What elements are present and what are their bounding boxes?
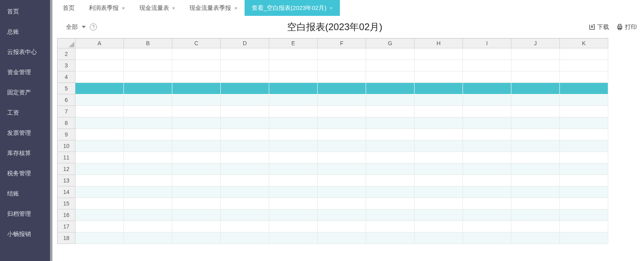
cell[interactable] [463, 83, 511, 94]
cell[interactable] [463, 232, 511, 244]
close-icon[interactable]: × [172, 5, 175, 11]
cell[interactable] [463, 71, 511, 83]
tab-view-blank-report[interactable]: 查看_空白报表(2023年02月) × [245, 0, 340, 16]
cell[interactable] [415, 221, 463, 232]
cell[interactable] [560, 198, 608, 209]
cell[interactable] [463, 186, 511, 198]
cell[interactable] [366, 140, 415, 152]
cell[interactable] [124, 140, 172, 152]
column-header[interactable]: I [463, 38, 511, 48]
cell[interactable] [415, 140, 463, 152]
cell[interactable] [366, 198, 415, 209]
cell[interactable] [366, 175, 415, 186]
cell[interactable] [124, 163, 172, 175]
cell[interactable] [366, 106, 415, 117]
cell[interactable] [269, 106, 318, 117]
cell[interactable] [560, 48, 608, 60]
cell[interactable] [221, 140, 269, 152]
cell[interactable] [75, 129, 124, 140]
cell[interactable] [511, 140, 560, 152]
sidebar-item-fixed-asset[interactable]: 固定资产 [0, 83, 52, 103]
row-header[interactable]: 3 [57, 60, 75, 71]
cell[interactable] [560, 106, 608, 117]
cell[interactable] [318, 83, 366, 94]
cell[interactable] [124, 129, 172, 140]
cell[interactable] [366, 129, 415, 140]
spreadsheet[interactable]: ABCDEFGHIJK23456789101112131415161718 [52, 38, 644, 261]
cell[interactable] [318, 175, 366, 186]
cell[interactable] [560, 152, 608, 163]
cell[interactable] [415, 175, 463, 186]
row-header[interactable]: 8 [57, 117, 75, 129]
select-all-corner[interactable] [57, 38, 75, 48]
sidebar-item-invoice[interactable]: 发票管理 [0, 123, 52, 143]
cell[interactable] [366, 60, 415, 71]
cell[interactable] [318, 106, 366, 117]
cell[interactable] [172, 198, 221, 209]
cell[interactable] [415, 209, 463, 221]
filter-dropdown[interactable]: 全部 ? [66, 23, 97, 31]
cell[interactable] [221, 198, 269, 209]
cell[interactable] [124, 106, 172, 117]
column-header[interactable]: A [75, 38, 124, 48]
row-header[interactable]: 17 [57, 221, 75, 232]
cell[interactable] [172, 140, 221, 152]
cell[interactable] [124, 198, 172, 209]
help-icon[interactable]: ? [90, 23, 97, 31]
close-icon[interactable]: × [122, 5, 125, 11]
column-header[interactable]: K [560, 38, 608, 48]
cell[interactable] [221, 163, 269, 175]
cell[interactable] [269, 117, 318, 129]
cell[interactable] [318, 152, 366, 163]
sidebar-item-home[interactable]: 首页 [0, 2, 52, 22]
cell[interactable] [463, 163, 511, 175]
cell[interactable] [124, 60, 172, 71]
cell[interactable] [124, 94, 172, 106]
row-header[interactable]: 2 [57, 48, 75, 60]
cell[interactable] [318, 221, 366, 232]
cell[interactable] [269, 221, 318, 232]
cell[interactable] [172, 232, 221, 244]
cell[interactable] [415, 117, 463, 129]
cell[interactable] [124, 83, 172, 94]
cell[interactable] [463, 152, 511, 163]
tab-cashflow-quarterly[interactable]: 现金流量表季报 × [182, 0, 245, 16]
cell[interactable] [221, 209, 269, 221]
cell[interactable] [221, 60, 269, 71]
cell[interactable] [463, 129, 511, 140]
cell[interactable] [318, 117, 366, 129]
cell[interactable] [560, 94, 608, 106]
row-header[interactable]: 18 [57, 232, 75, 244]
cell[interactable] [415, 83, 463, 94]
cell[interactable] [269, 152, 318, 163]
cell[interactable] [560, 232, 608, 244]
cell[interactable] [366, 186, 415, 198]
cell[interactable] [75, 221, 124, 232]
cell[interactable] [511, 186, 560, 198]
cell[interactable] [463, 117, 511, 129]
cell[interactable] [75, 152, 124, 163]
cell[interactable] [366, 117, 415, 129]
cell[interactable] [560, 209, 608, 221]
cell[interactable] [511, 221, 560, 232]
cell[interactable] [172, 175, 221, 186]
row-header[interactable]: 10 [57, 140, 75, 152]
cell[interactable] [318, 186, 366, 198]
cell[interactable] [511, 163, 560, 175]
cell[interactable] [463, 209, 511, 221]
cell[interactable] [511, 117, 560, 129]
row-header[interactable]: 11 [57, 152, 75, 163]
sidebar-item-tax[interactable]: 税务管理 [0, 163, 52, 184]
cell[interactable] [318, 71, 366, 83]
download-button[interactable]: 下载 [588, 23, 609, 31]
row-header[interactable]: 14 [57, 186, 75, 198]
cell[interactable] [172, 48, 221, 60]
cell[interactable] [75, 140, 124, 152]
close-icon[interactable]: × [234, 5, 237, 11]
cell[interactable] [318, 94, 366, 106]
cell[interactable] [366, 209, 415, 221]
column-header[interactable]: B [124, 38, 172, 48]
cell[interactable] [463, 221, 511, 232]
cell[interactable] [172, 163, 221, 175]
cell[interactable] [172, 129, 221, 140]
